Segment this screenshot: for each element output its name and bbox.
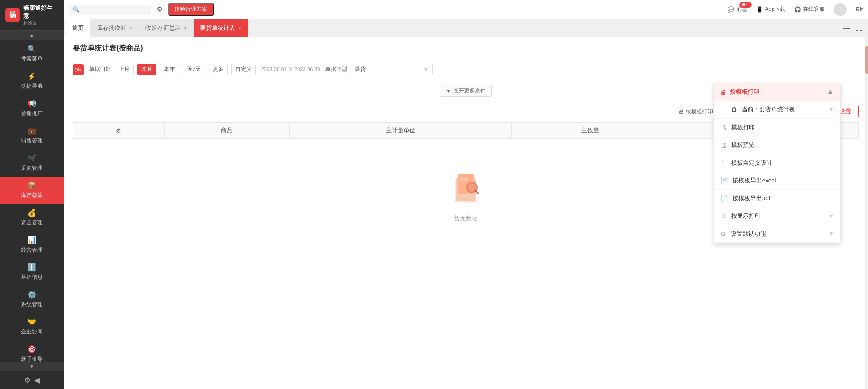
tab-home[interactable]: 首页 [65, 19, 90, 37]
sidebar-item-label: 资金管理 [21, 219, 43, 227]
sidebar-item-label: 新手引导 [21, 355, 43, 362]
collapse-icon[interactable]: ◀ [34, 376, 40, 384]
inventory-icon: 📦 [27, 181, 36, 190]
col-product: 商品 [164, 123, 289, 139]
template-custom-icon: 🗒 [720, 159, 727, 167]
dropdown-item-template-custom[interactable]: 🗒 模板自定义设计 [714, 154, 840, 172]
sidebar-item-finance[interactable]: 💰 资金管理 [0, 204, 64, 231]
tab-minimize-button[interactable]: — [841, 23, 852, 34]
date-custom-btn[interactable]: 自定义 [231, 64, 256, 75]
sidebar-item-collab[interactable]: 🤝 企业协同 [0, 313, 64, 340]
user-name-display[interactable]: Rit [856, 6, 863, 13]
date-this-year-btn[interactable]: 本年 [160, 64, 179, 75]
sidebar-bottom: ⚙ ◀ [0, 371, 64, 389]
filter-expand-button[interactable]: ≫ [73, 64, 84, 75]
template-preview-label: 模板预览 [731, 141, 755, 149]
sidebar-item-label: 搜索菜单 [21, 55, 43, 63]
date-more-btn[interactable]: 更多 [209, 64, 228, 75]
sidebar-scroll-up[interactable]: ▲ [0, 31, 64, 40]
date-last-month-btn[interactable]: 上月 [115, 64, 134, 75]
default-func-label: 设置默认功能 [731, 230, 766, 238]
gear-icon[interactable]: ⚙ [156, 5, 163, 14]
sidebar-nav: 🔍 搜索菜单 ⚡ 快捷导航 📢 营销推广 💼 销售管理 🛒 采购管理 📦 库存核… [0, 40, 64, 362]
type-select[interactable]: 要货 ▼ [351, 64, 433, 75]
page-title: 要货单统计表(按商品) [64, 37, 868, 58]
sidebar-item-system[interactable]: ⚙️ 系统管理 [0, 286, 64, 313]
print-dropdown-popup: 🖨 按模板打印 ▲ 🗒 当前：要货单统计表 ▼ 🖨 模板打印 [713, 83, 841, 243]
settings-bottom-icon[interactable]: ⚙ [24, 376, 30, 384]
tab-home-label: 首页 [72, 24, 84, 32]
sidebar-item-label: 采购管理 [21, 164, 43, 172]
search-box[interactable]: 🔍 [69, 5, 151, 15]
sidebar-item-search[interactable]: 🔍 搜索菜单 [0, 40, 64, 67]
sidebar-item-inventory[interactable]: 📦 库存核算 [0, 177, 64, 204]
sidebar-item-purchase[interactable]: 🛒 采购管理 [0, 149, 64, 177]
online-service-button[interactable]: 🎧 在线客服 [794, 5, 825, 13]
avatar-image [834, 3, 847, 16]
tab-order-stat-close[interactable]: × [238, 25, 241, 31]
display-print-arrow: ▼ [828, 213, 834, 219]
sidebar-item-marketing[interactable]: 📢 营销推广 [0, 95, 64, 122]
sidebar-item-label: 营销推广 [21, 110, 43, 117]
scrollbar-thumb[interactable] [865, 46, 868, 74]
sidebar-item-shortcut[interactable]: ⚡ 快捷导航 [0, 67, 64, 95]
dropdown-item-export-pdf[interactable]: 📄 按模板导出pdf [714, 190, 840, 207]
dropdown-item-template-preview[interactable]: 🖨 模板预览 [714, 136, 840, 154]
sidebar-item-basic[interactable]: ℹ️ 基础信息 [0, 258, 64, 286]
user-avatar[interactable] [834, 3, 847, 16]
sidebar-item-operation[interactable]: 📊 经营管理 [0, 231, 64, 258]
dropdown-current-template[interactable]: 🗒 当前：要货单统计表 ▼ [714, 101, 840, 119]
tabbar: 首页 库存批次账 × 收发存汇总表 × 要货单统计表 × — ⛶ [64, 19, 868, 37]
dropdown-item-default-func[interactable]: ⚙ 设置默认功能 ▼ [714, 225, 840, 243]
tab-receipt-summary-close[interactable]: × [184, 25, 187, 31]
template-print-label: 模板打印 [731, 123, 755, 131]
expand-more-button[interactable]: ▼ 展开更多条件 [440, 85, 492, 97]
tab-expand-button[interactable]: ⛶ [853, 23, 864, 34]
display-print-icon: 🖥 [720, 212, 727, 220]
notifications-button[interactable]: 💬 消息 99+ [728, 5, 747, 13]
date-last7days-btn[interactable]: 近7天 [183, 64, 205, 75]
purchase-icon: 🛒 [27, 154, 36, 162]
sidebar-item-sales[interactable]: 💼 销售管理 [0, 122, 64, 149]
tab-order-stat[interactable]: 要货单统计表 × [194, 19, 248, 37]
app-logo: 畅 畅康通好生意 标准版 [0, 0, 64, 31]
tab-inventory-batch-label: 库存批次账 [97, 24, 126, 32]
sidebar-item-label: 基础信息 [21, 273, 43, 281]
col-unit: 主计量单位 [289, 123, 511, 139]
message-icon: 💬 [728, 6, 734, 13]
export-excel-icon: 📄 [720, 177, 728, 184]
sidebar-item-guide[interactable]: 🎯 新手引导 [0, 340, 64, 362]
expand-more-label: 展开更多条件 [453, 87, 486, 95]
template-preview-icon: 🖨 [720, 141, 727, 149]
sidebar-item-label: 库存核算 [21, 192, 43, 199]
app-download-button[interactable]: 📱 App下载 [756, 5, 785, 13]
tab-receipt-summary[interactable]: 收发存汇总表 × [139, 19, 194, 37]
printer-header-icon: 🖨 [720, 89, 726, 96]
search-icon: 🔍 [27, 45, 36, 53]
empty-text: 暂无数据 [454, 214, 478, 222]
export-excel-label: 按模板导出excel [733, 177, 776, 185]
date-this-month-btn[interactable]: 本月 [137, 64, 156, 75]
col-settings[interactable]: ⚙ [73, 123, 165, 139]
content-area: 要货单统计表(按商品) ≫ 单据日期 上月 本月 本年 近7天 更多 自定义 2… [64, 37, 868, 389]
dropdown-close-icon[interactable]: ▲ [827, 88, 834, 96]
promo-button[interactable]: 体验行业方案 [168, 3, 214, 16]
dropdown-item-display-print[interactable]: 🖥 按显示打印 ▼ [714, 207, 840, 225]
template-custom-label: 模板自定义设计 [731, 159, 773, 167]
dropdown-item-export-excel[interactable]: 📄 按模板导出excel [714, 172, 840, 190]
online-service-label: 在线客服 [803, 5, 825, 13]
sidebar-item-label: 快捷导航 [21, 82, 43, 90]
tab-inventory-batch-close[interactable]: × [129, 25, 132, 31]
sidebar-scroll-down[interactable]: ▼ [0, 362, 64, 371]
dropdown-item-template-print[interactable]: 🖨 模板打印 [714, 119, 840, 136]
sidebar-item-label: 销售管理 [21, 137, 43, 145]
export-pdf-label: 按模板导出pdf [733, 194, 770, 202]
empty-illustration [445, 166, 486, 207]
tab-inventory-batch[interactable]: 库存批次账 × [90, 19, 139, 37]
topbar-right: 💬 消息 99+ 📱 App下载 🎧 在线客服 Rit [728, 3, 863, 16]
current-template-arrow: ▼ [828, 106, 834, 113]
print-label: 按模板打印 [686, 108, 713, 116]
type-filter-group: 单据类型 要货 ▼ [325, 64, 433, 75]
flash-icon: ⚡ [27, 72, 36, 81]
printer-icon: 🖨 [678, 108, 684, 115]
